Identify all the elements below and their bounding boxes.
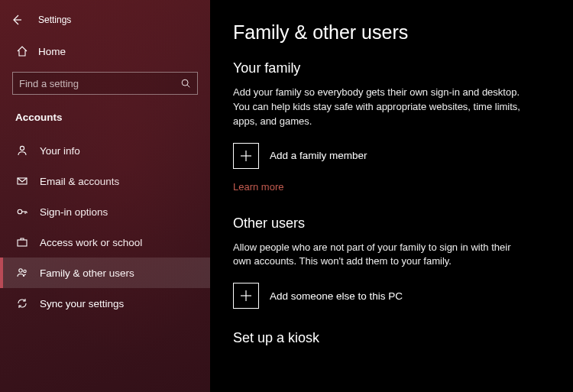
family-description: Add your family so everybody gets their … bbox=[233, 86, 523, 129]
search-input[interactable] bbox=[19, 78, 172, 89]
svg-rect-9 bbox=[18, 240, 27, 246]
window-title: Settings bbox=[38, 15, 71, 25]
nav-access-work-school[interactable]: Access work or school bbox=[0, 227, 210, 258]
nav-list: Your info Email & accounts Sign-in optio… bbox=[0, 135, 210, 319]
svg-point-11 bbox=[24, 270, 26, 272]
plus-icon bbox=[233, 283, 259, 309]
nav-sync-settings[interactable]: Sync your settings bbox=[0, 288, 210, 319]
home-nav[interactable]: Home bbox=[0, 38, 210, 64]
svg-line-2 bbox=[187, 85, 189, 87]
svg-point-1 bbox=[182, 79, 188, 86]
home-icon bbox=[15, 44, 29, 58]
nav-label: Family & other users bbox=[40, 267, 134, 279]
search-icon bbox=[180, 78, 191, 89]
plus-icon bbox=[233, 143, 259, 169]
nav-label: Access work or school bbox=[40, 237, 142, 248]
svg-point-10 bbox=[19, 269, 22, 272]
briefcase-icon bbox=[15, 235, 29, 249]
home-label: Home bbox=[38, 46, 66, 57]
nav-your-info[interactable]: Your info bbox=[0, 135, 210, 166]
add-family-member-button[interactable]: Add a family member bbox=[233, 143, 550, 169]
back-button[interactable] bbox=[6, 9, 28, 31]
page-title: Family & other users bbox=[233, 21, 550, 44]
sync-icon bbox=[15, 296, 29, 310]
svg-point-5 bbox=[18, 209, 22, 214]
person-icon bbox=[15, 144, 29, 157]
sidebar: Settings Home Accounts Your info Email &… bbox=[0, 0, 210, 392]
learn-more-link[interactable]: Learn more bbox=[233, 181, 283, 193]
svg-point-3 bbox=[20, 146, 24, 150]
nav-label: Sign-in options bbox=[40, 206, 108, 218]
header-row: Settings bbox=[0, 6, 210, 38]
content-area: Family & other users Your family Add you… bbox=[210, 0, 573, 392]
people-icon bbox=[15, 266, 29, 280]
nav-label: Email & accounts bbox=[40, 176, 119, 187]
search-box[interactable] bbox=[12, 72, 198, 95]
kiosk-heading: Set up a kiosk bbox=[233, 330, 550, 346]
nav-label: Sync your settings bbox=[40, 298, 124, 309]
family-heading: Your family bbox=[233, 60, 550, 76]
arrow-left-icon bbox=[11, 14, 23, 26]
key-icon bbox=[15, 205, 29, 219]
add-other-user-button[interactable]: Add someone else to this PC bbox=[233, 283, 550, 309]
nav-label: Your info bbox=[40, 145, 80, 157]
sidebar-section-label: Accounts bbox=[0, 107, 210, 135]
nav-family-other-users[interactable]: Family & other users bbox=[0, 258, 210, 288]
email-icon bbox=[15, 174, 29, 188]
nav-email-accounts[interactable]: Email & accounts bbox=[0, 166, 210, 196]
other-users-description: Allow people who are not part of your fa… bbox=[233, 241, 523, 270]
other-users-heading: Other users bbox=[233, 215, 550, 232]
add-other-label: Add someone else to this PC bbox=[270, 290, 403, 302]
nav-sign-in-options[interactable]: Sign-in options bbox=[0, 196, 210, 227]
add-family-label: Add a family member bbox=[270, 150, 367, 161]
